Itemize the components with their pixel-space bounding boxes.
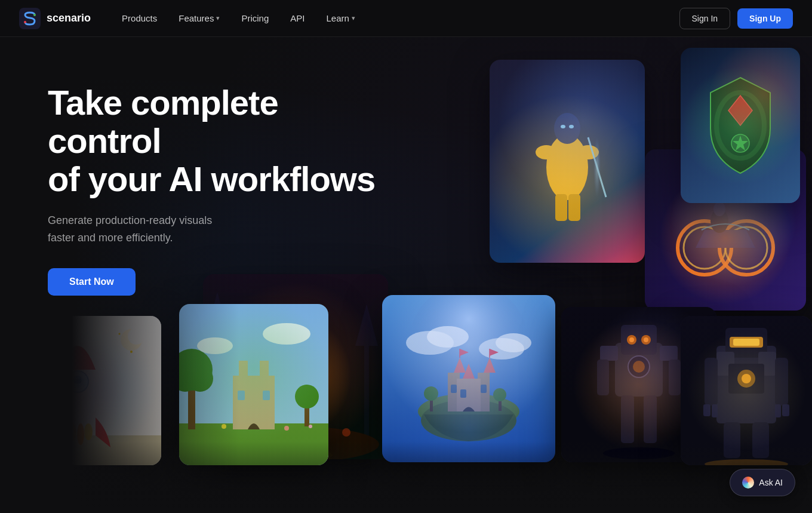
svg-point-70 bbox=[629, 337, 634, 342]
svg-point-78 bbox=[628, 356, 650, 377]
svg-rect-124 bbox=[716, 352, 734, 376]
svg-marker-64 bbox=[490, 349, 499, 356]
svg-rect-66 bbox=[615, 343, 663, 397]
moto-illustration bbox=[666, 170, 785, 290]
svg-point-12 bbox=[569, 125, 574, 128]
signup-button[interactable]: Sign Up bbox=[737, 8, 793, 29]
svg-rect-125 bbox=[758, 352, 776, 376]
svg-point-10 bbox=[593, 137, 601, 197]
svg-rect-120 bbox=[716, 346, 776, 423]
svg-point-47 bbox=[421, 400, 516, 441]
svg-rect-126 bbox=[728, 364, 764, 394]
card-robot-content bbox=[561, 307, 716, 462]
learn-chevron-icon: ▾ bbox=[352, 14, 355, 22]
nav-link-learn[interactable]: Learn ▾ bbox=[317, 8, 365, 28]
svg-point-15 bbox=[719, 221, 773, 275]
svg-rect-55 bbox=[481, 385, 487, 393]
svg-point-36 bbox=[248, 322, 343, 417]
svg-point-6 bbox=[577, 145, 599, 159]
svg-rect-95 bbox=[263, 391, 270, 400]
svg-point-97 bbox=[295, 385, 319, 408]
svg-rect-54 bbox=[451, 385, 457, 393]
svg-rect-28 bbox=[364, 334, 369, 441]
navbar: scenario Products Features ▾ Pricing API… bbox=[0, 0, 812, 37]
svg-rect-40 bbox=[382, 295, 555, 462]
hero-title: Take complete control of your AI workflo… bbox=[48, 84, 382, 198]
ask-ai-button[interactable]: Ask AI bbox=[730, 469, 795, 496]
svg-rect-50 bbox=[457, 379, 481, 411]
svg-rect-75 bbox=[669, 360, 681, 395]
svg-rect-133 bbox=[775, 404, 781, 417]
ask-ai-label: Ask AI bbox=[759, 478, 783, 487]
nav-link-pricing[interactable]: Pricing bbox=[232, 8, 278, 28]
svg-rect-93 bbox=[260, 376, 266, 383]
hero-section: Take complete control of your AI workflo… bbox=[0, 0, 812, 513]
card-robot bbox=[561, 307, 716, 462]
svg-rect-92 bbox=[269, 376, 275, 383]
nav-link-features[interactable]: Features ▾ bbox=[169, 8, 229, 28]
logo-text: scenario bbox=[47, 12, 91, 24]
nav-links: Products Features ▾ Pricing API Learn ▾ bbox=[112, 8, 365, 28]
svg-point-127 bbox=[737, 370, 755, 388]
svg-rect-72 bbox=[600, 346, 618, 361]
svg-rect-132 bbox=[712, 404, 718, 417]
svg-rect-122 bbox=[730, 337, 763, 348]
svg-marker-20 bbox=[728, 96, 752, 125]
svg-rect-87 bbox=[233, 376, 275, 429]
svg-point-43 bbox=[427, 326, 469, 348]
svg-point-2 bbox=[33, 14, 36, 16]
hero-subtitle: Generate production-ready visuals faster… bbox=[48, 212, 382, 247]
svg-point-71 bbox=[644, 337, 648, 342]
card-shield bbox=[681, 48, 800, 203]
nav-link-products[interactable]: Products bbox=[112, 8, 167, 28]
svg-marker-51 bbox=[454, 358, 466, 373]
svg-rect-129 bbox=[705, 358, 718, 406]
nav-link-api[interactable]: API bbox=[281, 8, 314, 28]
svg-point-69 bbox=[641, 335, 651, 345]
nav-left: scenario Products Features ▾ Pricing API… bbox=[19, 8, 365, 29]
svg-marker-22 bbox=[733, 136, 748, 150]
robot-illustration bbox=[561, 307, 716, 462]
svg-rect-38 bbox=[290, 354, 301, 373]
svg-point-79 bbox=[633, 361, 645, 373]
card-warrior bbox=[490, 60, 645, 263]
svg-rect-76 bbox=[621, 395, 634, 443]
svg-rect-57 bbox=[430, 397, 433, 411]
svg-rect-37 bbox=[288, 352, 303, 376]
card-moto-content bbox=[645, 149, 806, 311]
ai-icon bbox=[742, 477, 754, 489]
svg-point-44 bbox=[479, 338, 524, 360]
svg-marker-53 bbox=[463, 364, 475, 379]
svg-rect-8 bbox=[568, 194, 580, 221]
card-castle-content bbox=[382, 295, 555, 462]
svg-rect-96 bbox=[304, 406, 309, 426]
svg-rect-73 bbox=[660, 346, 678, 361]
svg-rect-59 bbox=[499, 398, 502, 411]
svg-rect-77 bbox=[644, 395, 657, 443]
svg-point-60 bbox=[493, 388, 506, 401]
svg-rect-89 bbox=[260, 361, 269, 385]
svg-point-39 bbox=[293, 359, 299, 368]
card-motorcycle bbox=[645, 149, 806, 311]
svg-point-18 bbox=[713, 202, 725, 216]
svg-point-46 bbox=[418, 394, 519, 429]
svg-point-1 bbox=[24, 21, 26, 23]
svg-point-101 bbox=[284, 426, 289, 431]
svg-point-13 bbox=[678, 221, 731, 275]
logo[interactable]: scenario bbox=[19, 8, 91, 29]
nav-right: Sign In Sign Up bbox=[679, 8, 793, 29]
start-now-button[interactable]: Start Now bbox=[48, 268, 136, 296]
svg-rect-49 bbox=[478, 373, 490, 411]
hero-fade-bottom bbox=[0, 441, 812, 513]
svg-marker-19 bbox=[728, 96, 752, 125]
signin-button[interactable]: Sign In bbox=[679, 8, 731, 29]
svg-point-68 bbox=[627, 335, 636, 345]
shield-illustration bbox=[699, 72, 782, 179]
svg-point-45 bbox=[496, 333, 531, 352]
svg-point-34 bbox=[342, 428, 350, 437]
svg-point-3 bbox=[546, 134, 588, 200]
svg-line-9 bbox=[588, 137, 606, 197]
svg-point-41 bbox=[409, 295, 528, 403]
card-floating-castle bbox=[382, 295, 555, 462]
svg-point-16 bbox=[725, 227, 767, 269]
